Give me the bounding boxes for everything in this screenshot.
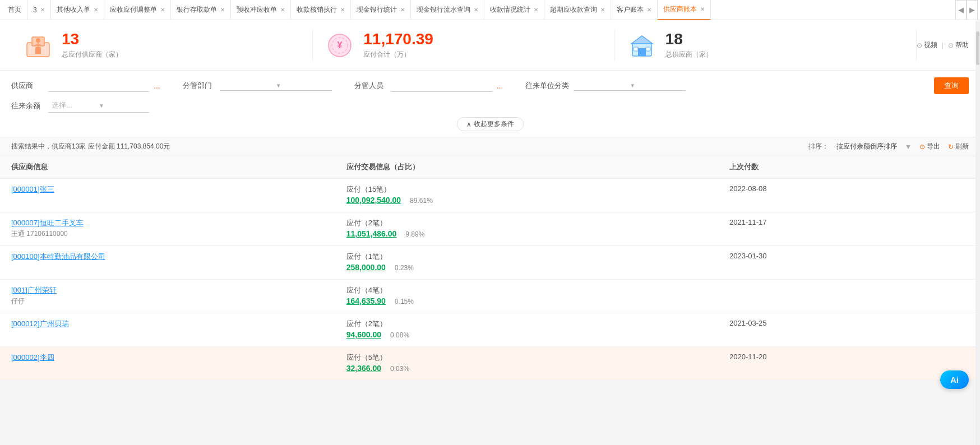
nav-tab-ap-adjust[interactable]: 应收应付调整单 ✕ bbox=[104, 0, 171, 20]
trans-label: 应付（2笔） bbox=[346, 218, 729, 228]
close-icon[interactable]: ✕ bbox=[700, 6, 705, 12]
nav-arrows: ◀ ▶ bbox=[955, 0, 978, 20]
filter-area: 供应商 ... 分管部门 ▼ 分管人员 ... 往来单位分类 ▼ 查询 bbox=[0, 71, 980, 137]
stat-label-suppliers: 总应付供应商（家） bbox=[62, 50, 122, 59]
trans-label: 应付（2笔） bbox=[346, 319, 729, 329]
nav-tab-other-income[interactable]: 其他收入单 ✕ bbox=[51, 0, 104, 20]
trans-amount-link[interactable]: 100,092,540.00 bbox=[346, 196, 401, 205]
result-bar: 搜索结果中，供应商13家 应付金额 111,703,854.00元 排序： 按应… bbox=[0, 137, 980, 156]
close-icon[interactable]: ✕ bbox=[534, 7, 538, 13]
query-button[interactable]: 查询 bbox=[934, 77, 969, 94]
trans-amount-link[interactable]: 258,000.00 bbox=[346, 263, 386, 272]
data-table: 供应商信息 应付交易信息（占比） 上次付数 [000001]张三 应付（15笔）… bbox=[0, 156, 980, 381]
result-actions: 排序： 按应付余额倒序排序 ▼ ⊙ 导出 ↻ 刷新 bbox=[808, 142, 969, 151]
trans-row: 11,051,486.00 9.89% bbox=[346, 228, 729, 238]
supplier-sub-info: 王通 17106110000 bbox=[11, 229, 346, 239]
nav-tab-home[interactable]: 首页 bbox=[2, 0, 27, 20]
close-icon[interactable]: ✕ bbox=[94, 7, 98, 13]
trans-amount-link[interactable]: 94,600.00 bbox=[346, 330, 381, 339]
export-button[interactable]: ⊙ 导出 bbox=[919, 142, 940, 151]
supplier-name-link[interactable]: [000012]广州贝瑞 bbox=[11, 319, 346, 329]
close-icon[interactable]: ✕ bbox=[280, 7, 285, 13]
supplier-cell: [000001]张三 bbox=[11, 184, 346, 194]
nav-tab-3[interactable]: 3 ✕ bbox=[27, 0, 51, 20]
stat-label-total: 总供应商（家） bbox=[665, 50, 713, 59]
trans-percent: 89.61% bbox=[410, 197, 433, 205]
filter-label-person: 分管人员 bbox=[354, 81, 388, 91]
nav-tab-bank-deposit[interactable]: 银行存取款单 ✕ bbox=[171, 0, 231, 20]
stat-content-amount: 11,170.39 应付合计（万） bbox=[363, 31, 433, 60]
ai-button[interactable]: Ai bbox=[940, 370, 969, 381]
close-icon[interactable]: ✕ bbox=[220, 7, 225, 13]
last-pay-date: 2022-08-08 bbox=[729, 184, 767, 193]
refresh-button[interactable]: ↻ 刷新 bbox=[948, 142, 969, 151]
lastpay-cell: 2021-03-25 bbox=[729, 319, 969, 327]
supplier-name-link[interactable]: [000001]张三 bbox=[11, 184, 346, 194]
video-link[interactable]: ⊙ 视频 bbox=[917, 40, 937, 50]
supplier-name-link[interactable]: [001]广州荣轩 bbox=[11, 285, 346, 295]
person-dots-button[interactable]: ... bbox=[497, 81, 503, 90]
balance-select[interactable]: 选择... ▼ bbox=[48, 99, 149, 113]
supplier-name-link[interactable]: [000100]本特勤油品有限公司 bbox=[11, 252, 346, 262]
nav-tab-overdue[interactable]: 超期应收款查询 ✕ bbox=[544, 0, 611, 20]
close-icon[interactable]: ✕ bbox=[340, 7, 345, 13]
close-icon[interactable]: ✕ bbox=[600, 7, 605, 13]
nav-tab-supplier-account[interactable]: 供应商账本 ✕ bbox=[658, 0, 711, 20]
close-icon[interactable]: ✕ bbox=[474, 7, 478, 13]
table-row: [000002]李四 应付（5笔） 32,366.00 0.03% 2020-1… bbox=[0, 347, 980, 381]
table-row: [001]广州荣轩 仔仔 应付（4笔） 164,635.90 0.15% bbox=[0, 280, 980, 313]
nav-arrow-left[interactable]: ◀ bbox=[955, 0, 967, 20]
last-pay-date: 2023-01-30 bbox=[729, 252, 767, 260]
supplier-name-link[interactable]: [000002]李四 bbox=[11, 353, 346, 363]
trans-label: 应付（1笔） bbox=[346, 252, 729, 262]
svg-marker-10 bbox=[631, 36, 653, 44]
nav-tab-advance[interactable]: 预收冲应收单 ✕ bbox=[231, 0, 291, 20]
close-icon[interactable]: ✕ bbox=[160, 7, 165, 13]
last-pay-date: 2021-11-17 bbox=[729, 218, 767, 226]
svg-text:¥: ¥ bbox=[338, 40, 343, 50]
trans-amount-link[interactable]: 32,366.00 bbox=[346, 364, 381, 373]
table-row: [000007]恒旺二手叉车 王通 17106110000 应付（2笔） 11,… bbox=[0, 212, 980, 246]
supplier-cell: [000100]本特勤油品有限公司 bbox=[11, 252, 346, 262]
dept-select[interactable]: ▼ bbox=[220, 81, 332, 91]
trans-row: 164,635.90 0.15% bbox=[346, 295, 729, 305]
person-input[interactable] bbox=[391, 80, 492, 92]
trans-amount-link[interactable]: 164,635.90 bbox=[346, 296, 386, 305]
nav-tab-payment-verify[interactable]: 收款核销执行 ✕ bbox=[291, 0, 351, 20]
table-row: [000100]本特勤油品有限公司 应付（1笔） 258,000.00 0.23… bbox=[0, 246, 980, 280]
last-pay-date: 2020-11-20 bbox=[729, 353, 767, 361]
stat-content-suppliers: 13 总应付供应商（家） bbox=[62, 31, 122, 60]
filter-item-dept: 分管部门 ▼ bbox=[183, 81, 332, 91]
sort-label: 排序： bbox=[808, 142, 829, 151]
supplier-input[interactable] bbox=[48, 80, 149, 92]
top-right-links: ⊙ 视频 | ⊙ 帮助 bbox=[917, 40, 969, 50]
trans-percent: 0.15% bbox=[395, 298, 414, 305]
close-icon[interactable]: ✕ bbox=[40, 7, 45, 13]
supplier-name-link[interactable]: [000007]恒旺二手叉车 bbox=[11, 218, 346, 228]
transaction-cell: 应付（4笔） 164,635.90 0.15% bbox=[346, 285, 729, 305]
close-icon[interactable]: ✕ bbox=[400, 7, 405, 13]
trans-row: 258,000.00 0.23% bbox=[346, 262, 729, 272]
close-icon[interactable]: ✕ bbox=[647, 7, 651, 13]
stat-block-amount: ¥ 11,170.39 应付合计（万） bbox=[313, 30, 614, 61]
category-select[interactable]: ▼ bbox=[574, 81, 686, 91]
nav-tab-collection-stat[interactable]: 收款情况统计 ✕ bbox=[484, 0, 544, 20]
collapse-button[interactable]: ∧ 收起更多条件 bbox=[457, 117, 524, 131]
top-navigation: 首页 3 ✕ 其他收入单 ✕ 应收应付调整单 ✕ 银行存取款单 ✕ 预收冲应收单… bbox=[0, 0, 980, 20]
scrollbar[interactable] bbox=[976, 20, 980, 381]
nav-tab-customer-account[interactable]: 客户账本 ✕ bbox=[611, 0, 658, 20]
trans-percent: 9.89% bbox=[405, 230, 424, 238]
scrollbar-thumb[interactable] bbox=[976, 31, 979, 65]
trans-amount-link[interactable]: 11,051,486.00 bbox=[346, 229, 397, 238]
filter-item-supplier: 供应商 ... bbox=[11, 80, 160, 92]
help-link[interactable]: ⊙ 帮助 bbox=[948, 40, 969, 50]
stat-label-amount: 应付合计（万） bbox=[363, 50, 433, 59]
lastpay-cell: 2023-01-30 bbox=[729, 252, 969, 260]
nav-tab-cash-bank-flow[interactable]: 现金银行流水查询 ✕ bbox=[411, 0, 484, 20]
trans-percent: 0.03% bbox=[390, 365, 409, 373]
nav-arrow-right[interactable]: ▶ bbox=[967, 0, 978, 20]
sort-value[interactable]: 按应付余额倒序排序 bbox=[836, 142, 897, 151]
nav-tab-cash-bank-stat[interactable]: 现金银行统计 ✕ bbox=[351, 0, 411, 20]
svg-rect-12 bbox=[634, 47, 638, 51]
supplier-dots-button[interactable]: ... bbox=[154, 81, 160, 90]
